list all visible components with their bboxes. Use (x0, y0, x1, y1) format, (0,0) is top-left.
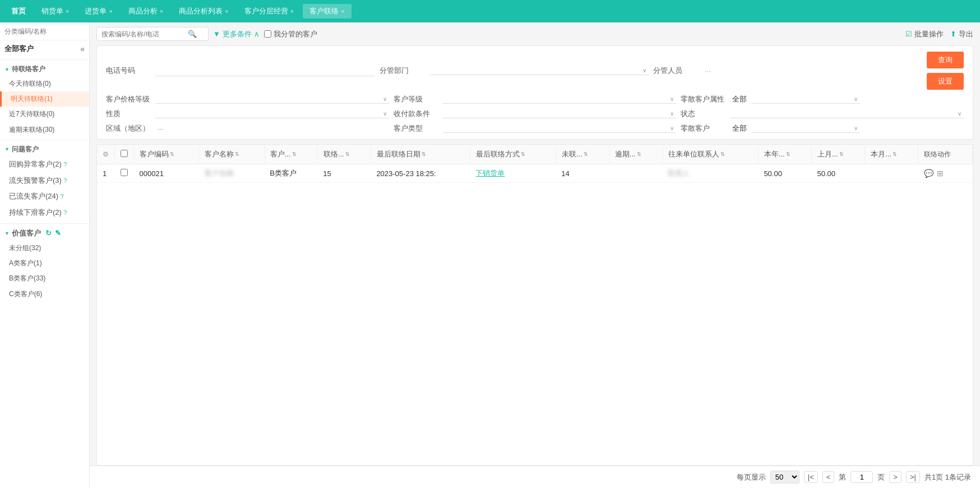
top-nav: 首页 销货单 × 进货单 × 商品分析 × 商品分析列表 × 客户分层经营 × … (0, 0, 980, 22)
sidebar-item-churn-warning[interactable]: 流失预警客户(3) ? (0, 173, 89, 189)
filter-dept-select[interactable]: ∨ (429, 66, 649, 75)
close-customer-segment-tab[interactable]: × (290, 8, 294, 15)
col-this-year: 本年... ⇅ (758, 145, 811, 164)
filter-region-dots[interactable]: ··· (155, 125, 166, 133)
my-customers-checkbox-area[interactable]: 我分管的客户 (264, 29, 317, 39)
sidebar-item-a-class[interactable]: A类客户(1) (0, 256, 89, 271)
filter-nature-select[interactable]: ∨ (155, 109, 389, 118)
page-number-input[interactable] (850, 471, 873, 483)
search-icon[interactable]: 🔍 (188, 30, 197, 38)
group-label-value: 价值客户 ↻ ✎ (0, 226, 89, 241)
export-btn[interactable]: ⬆ 导出 (950, 29, 973, 39)
sidebar-item-tomorrow[interactable]: 明天待联络(1) (0, 91, 89, 107)
sidebar-divider-1 (0, 59, 89, 60)
close-purchase-tab[interactable]: × (109, 8, 112, 15)
row-last-method[interactable]: 下销货单 (470, 164, 556, 183)
nav-purchase[interactable]: 进货单 × (78, 4, 119, 19)
select-all-checkbox[interactable] (121, 150, 128, 157)
close-sales-tab[interactable]: × (66, 8, 69, 15)
customer-table-container: ⚙ 客户编码 ⇅ 客户名称 ⇅ 客户... ⇅ 联络... ⇅ 最后联络日期 ⇅… (96, 144, 973, 466)
sidebar-item-7days[interactable]: 近7天待联络(0) (0, 107, 89, 122)
filter-customer-type: 客户类型 ∨ (394, 123, 677, 133)
search-input[interactable] (101, 30, 186, 38)
filter-customer-level: 客户等级 ∨ (394, 94, 677, 104)
col-contacts: 往来单位联系人 ⇅ (662, 145, 758, 164)
nav-customer-contact[interactable]: 客户联络 × (303, 4, 351, 19)
nav-product-list[interactable]: 商品分析列表 × (172, 4, 235, 19)
sidebar-item-b-class[interactable]: B类客户(33) (0, 271, 89, 286)
total-label: 共1页 1条记录 (924, 472, 971, 482)
filter-phone-input[interactable] (155, 65, 375, 76)
nav-product-analysis[interactable]: 商品分析 × (122, 4, 170, 19)
filter-customer-level-select[interactable]: ∨ (443, 95, 677, 104)
col-checkbox-all[interactable] (115, 145, 134, 164)
row-contacts: 联系人 (662, 164, 758, 183)
close-product-list-tab[interactable]: × (225, 8, 228, 15)
filter-payment-select[interactable]: ∨ (443, 109, 677, 118)
sidebar-item-ungrouped[interactable]: 未分组(32) (0, 241, 89, 256)
page-size-label: 每页显示 (737, 472, 766, 482)
nav-customer-segment[interactable]: 客户分层经营 × (238, 4, 301, 19)
col-gear[interactable]: ⚙ (97, 145, 115, 164)
filter-row-3: 性质 ∨ 收付款条件 ∨ 状态 ∨ (106, 109, 964, 119)
filter-retail-select[interactable]: ∨ (751, 124, 859, 133)
filter-person-dots[interactable]: ··· (702, 67, 713, 75)
nav-sales[interactable]: 销货单 × (35, 4, 76, 19)
sidebar-item-declining[interactable]: 持续下滑客户(2) ? (0, 205, 89, 221)
row-actions-cell: 💬 ⊞ (918, 164, 973, 183)
filter-retail: 零散客户 全部 ∨ (681, 123, 964, 133)
filter-customer-type-select[interactable]: ∨ (443, 124, 677, 133)
filter-dept-label: 分管部门 (380, 66, 424, 76)
row-last-date: 2023-05-23 18:25: (371, 164, 470, 183)
collapse-icon[interactable]: « (80, 44, 85, 53)
sidebar-divider-2 (0, 140, 89, 140)
sidebar-search-input[interactable] (4, 27, 89, 35)
sidebar-item-overdue[interactable]: 逾期未联络(30) (0, 122, 89, 137)
filter-retail-attr-select[interactable]: ∨ (751, 95, 859, 104)
filter-status-label: 状态 (681, 109, 725, 119)
row-action-comment[interactable]: 💬 (924, 169, 933, 178)
filter-price-level-select[interactable]: ∨ (155, 95, 389, 104)
filter-phone: 电话号码 (106, 65, 375, 76)
row-contact-count: 15 (317, 164, 371, 183)
last-page-btn[interactable]: >| (906, 471, 920, 483)
close-product-analysis-tab[interactable]: × (160, 8, 163, 15)
row-action-qr[interactable]: ⊞ (937, 169, 944, 178)
sidebar: 🔍 全部客户 « 待联络客户 今天待联络(0) 明天待联络(1) 近7天待联络(… (0, 22, 90, 488)
filter-row-2: 客户价格等级 ∨ 客户等级 ∨ 零散客户属性 全部 ∨ (106, 94, 964, 104)
page-suffix: 页 (877, 472, 885, 482)
row-last-month: 50.00 (811, 164, 865, 183)
filter-retail-attr-label: 零散客户属性 (681, 94, 725, 104)
group-label-waiting: 待联络客户 (0, 62, 89, 76)
prev-page-btn[interactable]: < (822, 471, 835, 483)
close-customer-contact-tab[interactable]: × (341, 8, 344, 15)
row-checkbox[interactable] (121, 169, 128, 176)
first-page-btn[interactable]: |< (804, 471, 818, 483)
more-filter-btn[interactable]: ▼ 更多条件 ∧ (213, 29, 260, 39)
row-code: 000021 (134, 164, 199, 183)
row-type: B类客户 (264, 164, 317, 183)
sidebar-item-today[interactable]: 今天待联络(0) (0, 76, 89, 91)
sidebar-item-c-class[interactable]: C类客户(6) (0, 287, 89, 302)
next-page-btn[interactable]: > (889, 471, 902, 483)
sidebar-item-churned[interactable]: 已流失客户(24) ? (0, 188, 89, 205)
row-overdue (609, 164, 662, 183)
filter-person-label: 分管人员 (653, 66, 698, 76)
filter-dept: 分管部门 ∨ (380, 66, 649, 76)
nav-home[interactable]: 首页 (4, 4, 33, 19)
row-not-contacted: 14 (556, 164, 609, 183)
col-last-date: 最后联络日期 ⇅ (371, 145, 470, 164)
query-button[interactable]: 查询 (927, 52, 964, 68)
main-layout: 🔍 全部客户 « 待联络客户 今天待联络(0) 明天待联络(1) 近7天待联络(… (0, 22, 980, 488)
row-checkbox-cell[interactable] (115, 164, 134, 183)
col-last-method: 最后联络方式 ⇅ (470, 145, 556, 164)
all-customers-header[interactable]: 全部客户 « (0, 40, 89, 57)
batch-action-btn[interactable]: ☑ 批量操作 (905, 29, 944, 39)
table-header-row: ⚙ 客户编码 ⇅ 客户名称 ⇅ 客户... ⇅ 联络... ⇅ 最后联络日期 ⇅… (97, 145, 973, 164)
filter-retail-label: 零散客户 (681, 123, 725, 133)
set-button[interactable]: 设置 (927, 73, 964, 90)
sidebar-item-repurchase[interactable]: 回购异常客户(2) ? (0, 156, 89, 173)
filter-status-select[interactable]: ∨ (730, 109, 964, 118)
page-size-select[interactable]: 50 10 20 100 (770, 471, 799, 484)
my-customers-checkbox[interactable] (264, 30, 271, 38)
